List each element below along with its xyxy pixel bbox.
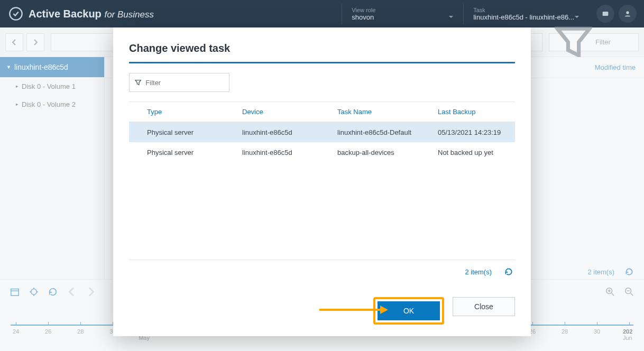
filter-icon xyxy=(135,79,141,86)
modal-title: Change viewed task xyxy=(129,42,515,54)
task-selector[interactable]: Task linuxhint-e86c5d - linuxhint-e86... xyxy=(463,4,589,24)
change-task-modal: Change viewed task Type Device Task Name… xyxy=(113,27,531,336)
column-type[interactable]: Type xyxy=(147,108,242,116)
annotation-arrow xyxy=(319,304,388,317)
svg-point-0 xyxy=(10,7,22,20)
notifications-button[interactable] xyxy=(596,5,614,23)
task-value: linuxhint-e86c5d - linuxhint-e86... xyxy=(473,13,574,21)
modal-filter-input[interactable] xyxy=(145,79,224,87)
view-role-label: View role xyxy=(352,7,454,13)
app-header: Active Backup for Business View role sho… xyxy=(0,0,644,27)
table-row[interactable]: Physical server linuxhint-e86c5d linuxhi… xyxy=(129,122,515,142)
view-role-value: shovon xyxy=(352,13,374,21)
message-icon xyxy=(601,10,610,18)
chevron-down-icon xyxy=(574,14,579,20)
modal-items-count: 2 item(s) xyxy=(465,268,492,276)
svg-marker-18 xyxy=(380,306,388,314)
view-role-selector[interactable]: View role shovon xyxy=(342,4,463,24)
close-button[interactable]: Close xyxy=(453,297,515,316)
chevron-down-icon xyxy=(448,14,454,20)
app-logo: Active Backup for Business xyxy=(0,6,162,21)
modal-filter[interactable] xyxy=(129,73,229,92)
task-label: Task xyxy=(473,7,579,13)
table-row[interactable]: Physical server linuxhint-e86c5d backup-… xyxy=(129,142,515,162)
app-title: Active Backup for Business xyxy=(29,8,154,20)
refresh-icon[interactable] xyxy=(504,267,513,276)
svg-point-2 xyxy=(626,11,629,14)
user-button[interactable] xyxy=(619,5,637,23)
app-logo-icon xyxy=(8,6,23,21)
column-device[interactable]: Device xyxy=(242,108,337,116)
user-icon xyxy=(623,10,632,18)
table-header: Type Device Task Name Last Backup xyxy=(129,102,515,122)
svg-rect-1 xyxy=(603,12,609,16)
task-table: Type Device Task Name Last Backup Physic… xyxy=(129,101,515,260)
column-last-backup[interactable]: Last Backup xyxy=(438,108,533,116)
column-task-name[interactable]: Task Name xyxy=(337,108,438,116)
